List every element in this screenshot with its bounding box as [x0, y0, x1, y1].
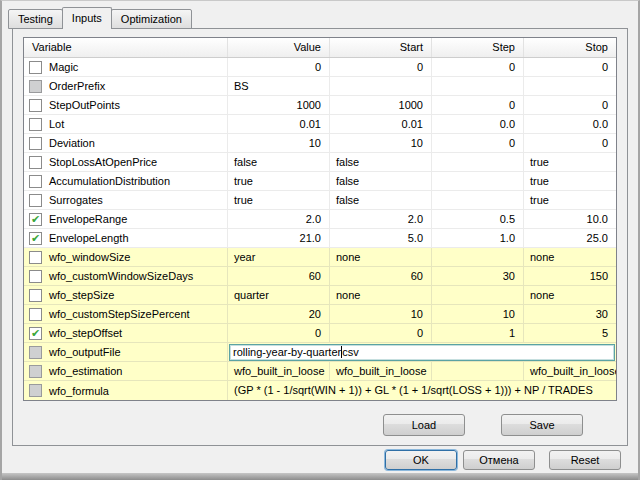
- param-start[interactable]: 10: [330, 305, 432, 323]
- param-value[interactable]: 0: [228, 58, 330, 76]
- param-checkbox[interactable]: [29, 384, 42, 397]
- table-row[interactable]: Deviation 10 10 0 0: [24, 134, 616, 153]
- param-step[interactable]: [432, 172, 524, 190]
- table-row[interactable]: Lot 0.01 0.01 0.0 0.0: [24, 115, 616, 134]
- tab-optimization[interactable]: Optimization: [111, 9, 192, 29]
- load-button[interactable]: Load: [383, 414, 465, 436]
- param-checkbox[interactable]: [29, 61, 42, 74]
- param-stop[interactable]: 150: [524, 267, 616, 285]
- param-start[interactable]: 60: [330, 267, 432, 285]
- param-value[interactable]: 1000: [228, 96, 330, 114]
- param-stop[interactable]: 0: [524, 134, 616, 152]
- table-row[interactable]: wfo_formula (GP * (1 - 1/sqrt(WIN + 1)) …: [24, 381, 616, 400]
- param-value[interactable]: year: [228, 248, 330, 266]
- param-checkbox[interactable]: [29, 80, 42, 93]
- param-start[interactable]: none: [330, 248, 432, 266]
- table-row[interactable]: wfo_customWindowSizeDays 60 60 30 150: [24, 267, 616, 286]
- param-step[interactable]: 30: [432, 267, 524, 285]
- param-start[interactable]: 10: [330, 134, 432, 152]
- param-stop[interactable]: none: [524, 248, 616, 266]
- param-value[interactable]: quarter: [228, 286, 330, 304]
- table-row[interactable]: wfo_customStepSizePercent 20 10 10 30: [24, 305, 616, 324]
- param-step[interactable]: [432, 248, 524, 266]
- param-step[interactable]: 10: [432, 305, 524, 323]
- param-start[interactable]: false: [330, 172, 432, 190]
- param-step[interactable]: 0.0: [432, 115, 524, 133]
- param-value[interactable]: true: [228, 172, 330, 190]
- param-step[interactable]: [432, 153, 524, 171]
- param-step[interactable]: [432, 191, 524, 209]
- table-row[interactable]: StepOutPoints 1000 1000 0 0: [24, 96, 616, 115]
- param-checkbox[interactable]: [29, 175, 42, 188]
- param-checkbox[interactable]: [29, 99, 42, 112]
- param-stop[interactable]: 0: [524, 58, 616, 76]
- param-value[interactable]: 0.01: [228, 115, 330, 133]
- table-row[interactable]: wfo_estimation wfo_built_in_loose wfo_bu…: [24, 362, 616, 381]
- table-row[interactable]: ✔ wfo_stepOffset 0 0 1 5: [24, 324, 616, 343]
- param-start[interactable]: none: [330, 286, 432, 304]
- param-stop[interactable]: 30: [524, 305, 616, 323]
- param-value[interactable]: 0: [228, 324, 330, 342]
- param-stop[interactable]: 0: [524, 96, 616, 114]
- param-checkbox[interactable]: [29, 118, 42, 131]
- output-file-input[interactable]: rolling-year-by-quartercsv: [229, 344, 615, 361]
- param-checkbox[interactable]: [29, 194, 42, 207]
- param-value[interactable]: 20: [228, 305, 330, 323]
- param-checkbox[interactable]: ✔: [29, 232, 42, 245]
- param-step[interactable]: 0.5: [432, 210, 524, 228]
- param-start[interactable]: wfo_built_in_loose: [330, 362, 432, 380]
- table-row[interactable]: wfo_windowSize year none none: [24, 248, 616, 267]
- param-checkbox[interactable]: [29, 308, 42, 321]
- param-step[interactable]: 0: [432, 96, 524, 114]
- param-checkbox[interactable]: ✔: [29, 213, 42, 226]
- tab-testing[interactable]: Testing: [8, 9, 63, 29]
- param-step[interactable]: 1.0: [432, 229, 524, 247]
- param-stop[interactable]: none: [524, 286, 616, 304]
- param-value[interactable]: wfo_built_in_loose: [228, 362, 330, 380]
- param-value[interactable]: rolling-year-by-quartercsv: [228, 343, 616, 361]
- param-stop[interactable]: [524, 77, 616, 95]
- table-row[interactable]: StopLossAtOpenPrice false false true: [24, 153, 616, 172]
- param-value[interactable]: BS: [228, 77, 330, 95]
- param-stop[interactable]: wfo_built_in_loose: [524, 362, 616, 380]
- param-value[interactable]: 2.0: [228, 210, 330, 228]
- param-checkbox[interactable]: [29, 251, 42, 264]
- param-checkbox[interactable]: ✔: [29, 327, 42, 340]
- ok-button[interactable]: OK: [385, 450, 457, 470]
- tab-inputs[interactable]: Inputs: [62, 7, 112, 29]
- param-checkbox[interactable]: [29, 346, 42, 359]
- param-value[interactable]: true: [228, 191, 330, 209]
- table-row[interactable]: Magic 0 0 0 0: [24, 58, 616, 77]
- table-row[interactable]: ✔ EnvelopeLength 21.0 5.0 1.0 25.0: [24, 229, 616, 248]
- param-value[interactable]: 21.0: [228, 229, 330, 247]
- save-button[interactable]: Save: [501, 414, 583, 436]
- cancel-button[interactable]: Отмена: [463, 450, 535, 470]
- param-stop[interactable]: 0.0: [524, 115, 616, 133]
- table-row[interactable]: wfo_outputFile rolling-year-by-quartercs…: [24, 343, 616, 362]
- param-start[interactable]: false: [330, 191, 432, 209]
- table-row[interactable]: wfo_stepSize quarter none none: [24, 286, 616, 305]
- param-start[interactable]: 2.0: [330, 210, 432, 228]
- param-checkbox[interactable]: [29, 156, 42, 169]
- table-row[interactable]: OrderPrefix BS: [24, 77, 616, 96]
- param-start[interactable]: 0: [330, 58, 432, 76]
- param-stop[interactable]: 10.0: [524, 210, 616, 228]
- param-stop[interactable]: 5: [524, 324, 616, 342]
- param-step[interactable]: 1: [432, 324, 524, 342]
- table-row[interactable]: AccumulationDistribution true false true: [24, 172, 616, 191]
- param-step[interactable]: 0: [432, 58, 524, 76]
- param-stop[interactable]: true: [524, 153, 616, 171]
- param-start[interactable]: false: [330, 153, 432, 171]
- param-start[interactable]: 5.0: [330, 229, 432, 247]
- param-stop[interactable]: true: [524, 172, 616, 190]
- param-checkbox[interactable]: [29, 270, 42, 283]
- param-value[interactable]: 10: [228, 134, 330, 152]
- param-checkbox[interactable]: [29, 137, 42, 150]
- param-start[interactable]: 0.01: [330, 115, 432, 133]
- param-step[interactable]: [432, 362, 524, 380]
- param-start[interactable]: 1000: [330, 96, 432, 114]
- param-value[interactable]: 60: [228, 267, 330, 285]
- param-checkbox[interactable]: [29, 289, 42, 302]
- param-checkbox[interactable]: [29, 365, 42, 378]
- param-step[interactable]: [432, 286, 524, 304]
